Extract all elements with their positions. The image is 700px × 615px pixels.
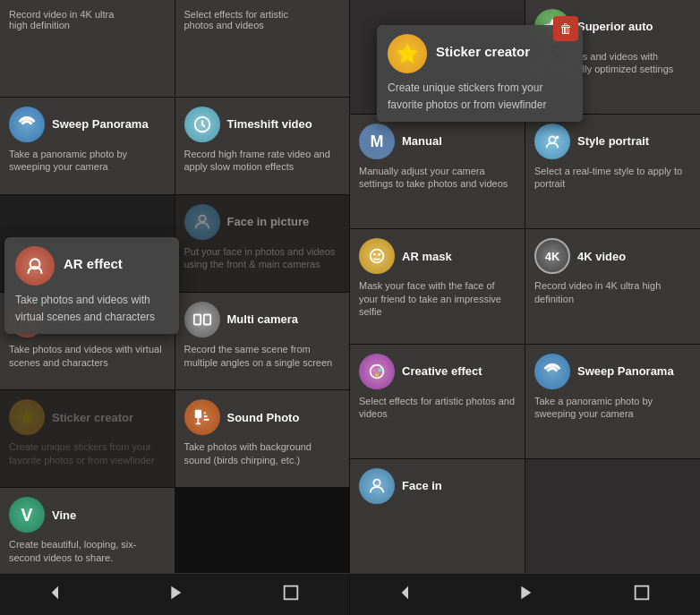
creative-desc: Select effects for artistic photos and v…	[359, 395, 516, 421]
svg-marker-5	[19, 409, 35, 424]
svg-point-15	[378, 253, 380, 256]
grid-item-sweep-panorama[interactable]: Sweep Panorama Take a panoramic photo by…	[0, 98, 175, 194]
item-header-sweep: Sweep Panorama	[9, 107, 166, 142]
item-header-timeshift: Timeshift video	[184, 107, 341, 142]
grid-item-manual[interactable]: M Manual Manually adjust your camera set…	[350, 115, 525, 228]
bottom-nav-area	[0, 573, 700, 615]
sweep-right-title: Sweep Panorama	[577, 364, 674, 379]
superior-title: Superior auto	[577, 20, 653, 34]
item-header-face: Face in picture	[184, 204, 341, 240]
grid-item-face-picture[interactable]: Face in picture Put your face in photos …	[175, 195, 350, 292]
grid-item-creative-partial[interactable]: Select effects for artisticphotos and vi…	[175, 0, 350, 97]
svg-point-14	[373, 253, 376, 256]
manual-title: Manual	[402, 134, 442, 149]
item-header-ar-mask: AR mask	[359, 238, 516, 274]
item-header-ar: AR effect	[9, 302, 166, 337]
svg-marker-23	[171, 585, 181, 599]
multi-desc: Record the same scene from multiple angl…	[184, 343, 341, 369]
grid-item-ar-effect[interactable]: AR effect Take photos and videos with vi…	[0, 293, 175, 389]
multi-icon	[184, 302, 220, 337]
svg-rect-4	[203, 315, 209, 325]
right-nav-bar	[350, 573, 700, 615]
creative-icon	[359, 354, 395, 389]
sticker-left-desc: Create unique stickers from your favorit…	[9, 440, 166, 466]
ar-mask-desc: Mask your face with the face of your fri…	[359, 279, 516, 318]
svg-point-12	[556, 136, 559, 140]
sweep-title: Sweep Panorama	[52, 117, 149, 132]
item-header-creative: Creative effect	[359, 354, 516, 389]
svg-point-19	[375, 372, 380, 377]
sound-desc: Take photos with background sound (birds…	[184, 440, 341, 466]
sweep-right-desc: Take a panoramic photo by sweeping your …	[534, 395, 691, 421]
manual-desc: Manually adjust your camera settings to …	[359, 165, 516, 191]
item-header-4k: 4K 4K video	[534, 238, 691, 274]
left-home-btn[interactable]	[263, 576, 319, 614]
grid-item-face-empty	[0, 195, 175, 292]
svg-rect-3	[193, 315, 200, 325]
partial-text-4k: Record video in 4K ultrahigh definition	[9, 9, 166, 30]
grid-item-sweep-right[interactable]: Sweep Panorama Take a panoramic photo by…	[525, 345, 700, 458]
sticker-left-title: Sticker creator	[52, 411, 133, 425]
manual-icon: M	[359, 124, 395, 159]
4k-title: 4K video	[577, 250, 626, 264]
item-header-face-right: Face in	[359, 468, 516, 504]
4k-icon: 4K	[534, 238, 570, 274]
face-desc: Put your face in photos and videos using…	[184, 245, 341, 271]
face-right-title: Face in	[402, 479, 442, 493]
timeshift-title: Timeshift video	[227, 117, 312, 132]
grid-item-timeshift[interactable]: Timeshift video Record high frame rate v…	[175, 98, 350, 194]
right-grid: Superior auto Take photos and videos wit…	[350, 0, 700, 573]
left-back-btn[interactable]	[30, 576, 86, 614]
grid-item-superior-partial	[350, 0, 525, 114]
superior-desc: Take photos and videos with automaticall…	[534, 50, 691, 76]
grid-item-creative-effect[interactable]: Creative effect Select effects for artis…	[350, 345, 525, 458]
svg-marker-10	[544, 19, 560, 34]
timeshift-desc: Record high frame rate video and apply s…	[184, 148, 341, 174]
item-header-superior: Superior auto	[534, 9, 691, 45]
left-grid: Record video in 4K ultrahigh definition …	[0, 0, 349, 573]
sticker-left-icon	[9, 399, 45, 435]
grid-item-style-portrait[interactable]: Style portrait Select a real-time style …	[525, 115, 700, 228]
grid-item-vine[interactable]: V Vine Create beautiful, looping, six-se…	[0, 488, 175, 573]
item-header-manual: M Manual	[359, 124, 516, 159]
style-icon	[534, 124, 570, 159]
sweep-right-icon	[534, 354, 570, 389]
ar-effect-icon	[9, 302, 45, 337]
grid-item-face-right[interactable]: Face in	[350, 459, 525, 573]
grid-item-record-4k-partial[interactable]: Record video in 4K ultrahigh definition	[0, 0, 175, 97]
sound-icon	[184, 399, 220, 435]
grid-item-ar-mask[interactable]: AR mask Mask your face with the face of …	[350, 229, 525, 343]
grid-item-sticker-left[interactable]: Sticker creator Create unique stickers f…	[0, 390, 175, 487]
vine-desc: Create beautiful, looping, six-second vi…	[9, 538, 166, 564]
item-header-vine: V Vine	[9, 497, 166, 533]
ar-mask-icon	[359, 238, 395, 274]
grid-item-placeholder-right	[525, 459, 700, 573]
sweep-icon	[9, 107, 45, 142]
vine-icon: V	[9, 497, 45, 533]
item-header-sticker-left: Sticker creator	[9, 399, 166, 435]
right-back-btn[interactable]	[380, 576, 436, 614]
svg-point-20	[373, 479, 380, 485]
multi-title: Multi camera	[227, 312, 298, 327]
grid-item-sound-photo[interactable]: Sound Photo Take photos with background …	[175, 390, 350, 487]
grid-item-4k-video[interactable]: 4K 4K video Record video in 4K ultra hig…	[525, 229, 700, 343]
svg-rect-24	[285, 585, 298, 599]
4k-desc: Record video in 4K ultra high definition	[534, 279, 691, 305]
creative-title: Creative effect	[402, 364, 482, 379]
face-icon	[184, 204, 220, 240]
ar-effect-title: AR effect	[52, 312, 103, 327]
ar-effect-desc: Take photos and videos with virtual scen…	[9, 343, 166, 369]
grid-item-superior-auto[interactable]: Superior auto Take photos and videos wit…	[525, 0, 700, 114]
svg-point-18	[378, 367, 382, 372]
grid-item-multi-camera[interactable]: Multi camera Record the same scene from …	[175, 293, 350, 389]
face-right-icon	[359, 468, 395, 504]
right-home-btn[interactable]	[614, 576, 670, 614]
style-desc: Select a real-time style to apply to por…	[534, 165, 691, 191]
svg-point-11	[549, 137, 555, 143]
svg-point-17	[371, 367, 376, 372]
right-forward-btn[interactable]	[497, 576, 552, 614]
left-forward-btn[interactable]	[147, 576, 202, 614]
svg-marker-26	[522, 585, 532, 599]
style-title: Style portrait	[577, 134, 649, 149]
right-screen: Superior auto Take photos and videos wit…	[350, 0, 700, 573]
